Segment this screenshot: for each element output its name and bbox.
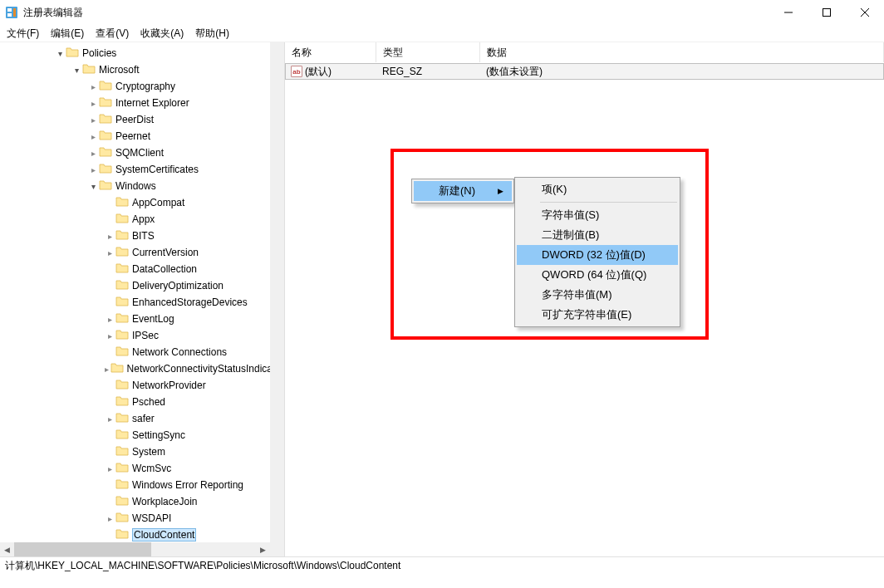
folder-icon (115, 329, 129, 342)
tree-item[interactable]: DataCollection (0, 261, 284, 277)
ctx-item-qword[interactable]: QWORD (64 位)值(Q) (517, 265, 678, 285)
scroll-thumb[interactable] (14, 542, 151, 556)
scrollbar-corner (270, 542, 284, 556)
tree-scrollbar-horizontal[interactable]: ◀ ▶ (0, 542, 270, 556)
folder-icon (115, 512, 129, 525)
statusbar: 计算机\HKEY_LOCAL_MACHINE\SOFTWARE\Policies… (0, 556, 884, 575)
tree-item[interactable]: NetworkProvider (0, 377, 284, 394)
folder-icon (115, 312, 129, 326)
col-header-data[interactable]: 数据 (480, 42, 884, 62)
ctx-item-key[interactable]: 项(K) (517, 179, 678, 199)
menu-help[interactable]: 帮助(H) (195, 27, 229, 41)
window-controls (769, 0, 884, 25)
svg-rect-1 (7, 8, 12, 12)
tree-item[interactable]: ▸WcmSvc (0, 460, 284, 477)
tree-item[interactable]: ▸EventLog (0, 311, 284, 327)
close-button[interactable] (846, 0, 884, 25)
ctx-item-dword[interactable]: DWORD (32 位)值(D) (517, 245, 678, 265)
tree-item[interactable]: ▾Policies (0, 45, 284, 61)
folder-icon (115, 379, 129, 392)
folder-icon (99, 163, 112, 176)
tree-item[interactable]: EnhancedStorageDevices (0, 294, 284, 311)
tree-item[interactable]: ▸Internet Explorer (0, 95, 284, 111)
tree-item[interactable]: ▸PeerDist (0, 111, 284, 128)
folder-icon (99, 80, 112, 93)
menu-edit[interactable]: 编辑(E) (51, 27, 84, 41)
tree-item[interactable]: AppCompat (0, 194, 284, 211)
tree-item[interactable]: CloudContent (0, 527, 284, 543)
col-header-name[interactable]: 名称 (285, 42, 376, 62)
tree-item[interactable]: WorkplaceJoin (0, 493, 284, 510)
ctx-item-binary[interactable]: 二进制值(B) (517, 225, 678, 245)
minimize-button[interactable] (769, 0, 808, 25)
app-icon (5, 6, 18, 19)
tree-item[interactable]: ▸Peernet (0, 128, 284, 145)
value-type: REG_SZ (377, 66, 481, 77)
menu-view[interactable]: 查看(V) (96, 27, 129, 41)
value-data: (数值未设置) (481, 65, 883, 79)
col-header-type[interactable]: 类型 (376, 42, 480, 62)
menubar: 文件(F) 编辑(E) 查看(V) 收藏夹(A) 帮助(H) (0, 25, 884, 42)
titlebar: 注册表编辑器 (0, 0, 884, 25)
tree-item[interactable]: Appx (0, 211, 284, 228)
list-pane: 名称 类型 数据 ab (默认) REG_SZ (数值未设置) 新建(N) ▶ … (285, 42, 884, 556)
folder-icon (115, 462, 129, 475)
tree-item[interactable]: Windows Error Reporting (0, 477, 284, 493)
tree-pane: ▾Policies▾Microsoft▸Cryptography▸Interne… (0, 42, 285, 556)
tree-item[interactable]: ▸safer (0, 410, 284, 427)
tree-item[interactable]: ▸SystemCertificates (0, 161, 284, 178)
ctx-item-multistring[interactable]: 多字符串值(M) (517, 285, 678, 305)
folder-icon (110, 362, 124, 375)
tree-item[interactable]: DeliveryOptimization (0, 277, 284, 294)
folder-icon (115, 445, 129, 458)
submenu-arrow-icon: ▶ (498, 187, 503, 195)
tree-item[interactable]: ▸Cryptography (0, 78, 284, 95)
folder-icon (115, 495, 129, 508)
tree-item[interactable]: ▾Microsoft (0, 61, 284, 78)
tree-scrollbar-vertical[interactable] (270, 42, 284, 542)
ctx-item-expandstring[interactable]: 可扩充字符串值(E) (517, 305, 678, 325)
ctx-separator (540, 202, 677, 203)
tree-item[interactable]: ▸CurrentVersion (0, 244, 284, 261)
list-header: 名称 类型 数据 (285, 42, 884, 63)
scroll-right-button[interactable]: ▶ (256, 542, 270, 556)
folder-icon (82, 63, 96, 76)
tree-item[interactable]: Psched (0, 394, 284, 410)
ctx-item-string[interactable]: 字符串值(S) (517, 205, 678, 225)
folder-icon (115, 478, 129, 492)
svg-rect-3 (13, 8, 16, 17)
list-row[interactable]: ab (默认) REG_SZ (数值未设置) (285, 63, 884, 80)
tree-item[interactable]: ▸BITS (0, 228, 284, 244)
context-menu: 新建(N) ▶ (411, 179, 514, 203)
window-title: 注册表编辑器 (23, 6, 83, 20)
menu-file[interactable]: 文件(F) (7, 27, 39, 41)
tree-item[interactable]: ▾Windows (0, 178, 284, 194)
context-submenu: 项(K) 字符串值(S) 二进制值(B) DWORD (32 位)值(D) QW… (514, 177, 680, 327)
maximize-button[interactable] (808, 0, 846, 25)
menu-favorites[interactable]: 收藏夹(A) (140, 27, 184, 41)
scroll-left-button[interactable]: ◀ (0, 542, 14, 556)
folder-icon (99, 179, 112, 193)
folder-icon (115, 279, 129, 292)
folder-icon (115, 229, 129, 243)
folder-icon (115, 213, 129, 226)
folder-icon (115, 246, 129, 259)
svg-rect-5 (823, 9, 831, 17)
registry-tree[interactable]: ▾Policies▾Microsoft▸Cryptography▸Interne… (0, 42, 284, 556)
folder-icon (115, 345, 129, 359)
folder-icon (115, 395, 129, 409)
tree-item[interactable]: ▸NetworkConnectivityStatusIndicator (0, 360, 284, 377)
tree-item[interactable]: ▸WSDAPI (0, 510, 284, 527)
folder-icon (115, 412, 129, 425)
tree-item[interactable]: ▸SQMClient (0, 145, 284, 161)
folder-icon (115, 528, 129, 541)
svg-rect-2 (7, 13, 12, 17)
tree-item[interactable]: ▸IPSec (0, 327, 284, 344)
tree-item[interactable]: SettingSync (0, 427, 284, 443)
folder-icon (66, 47, 79, 60)
tree-item[interactable]: System (0, 443, 284, 460)
tree-item[interactable]: Network Connections (0, 344, 284, 360)
folder-icon (99, 96, 112, 110)
ctx-item-new[interactable]: 新建(N) ▶ (414, 181, 512, 201)
reg-string-icon: ab (291, 66, 302, 77)
